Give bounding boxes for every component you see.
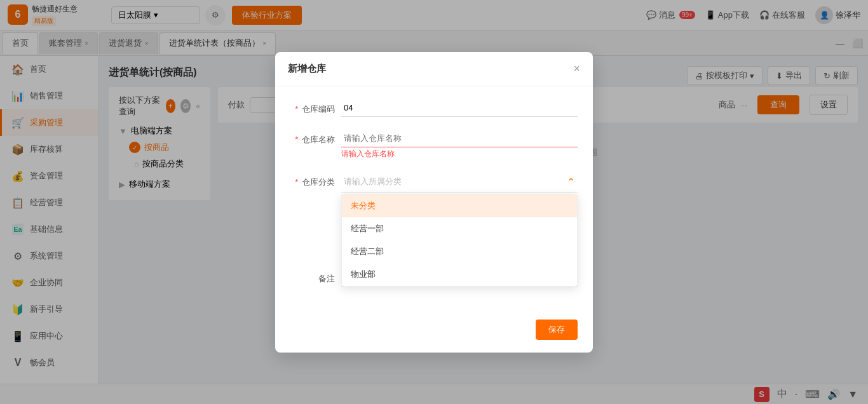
code-label: * 仓库编码 [290, 99, 341, 115]
name-input-wrap: 请输入仓库名称 [341, 130, 578, 159]
category-dropdown-arrow-icon: ⌃ [567, 176, 575, 188]
category-input-wrap: 请输入所属分类 ⌃ 未分类 经营一部 经营二部 [341, 172, 578, 192]
remark-label: 备注 [290, 269, 341, 285]
dropdown-item-dept2[interactable]: 经营二部 [342, 240, 577, 263]
name-error-message: 请输入仓库名称 [341, 149, 578, 159]
name-input[interactable] [341, 130, 578, 147]
category-field-row: * 仓库分类 请输入所属分类 ⌃ 未分类 经营一部 [290, 172, 578, 192]
category-placeholder: 请输入所属分类 [344, 176, 402, 187]
category-label: * 仓库分类 [290, 172, 341, 188]
category-dropdown-list: 未分类 经营一部 经营二部 物业部 [341, 194, 578, 286]
dropdown-item-dept1[interactable]: 经营一部 [342, 217, 577, 240]
name-label: * 仓库名称 [290, 130, 341, 145]
dropdown-item-uncategorized[interactable]: 未分类 [342, 194, 577, 217]
code-input-wrap [341, 99, 578, 117]
modal-header: 新增仓库 × [275, 52, 593, 86]
category-selector[interactable]: 请输入所属分类 ⌃ [341, 172, 578, 192]
modal-close-button[interactable]: × [573, 62, 580, 76]
save-button[interactable]: 保存 [536, 320, 578, 340]
code-input[interactable] [341, 99, 578, 117]
modal-body: * 仓库编码 * 仓库名称 请输入仓库名称 [275, 86, 593, 312]
new-warehouse-modal: 新增仓库 × * 仓库编码 * 仓库名称 [275, 52, 593, 353]
modal-footer: 保存 [275, 312, 593, 353]
dropdown-item-property[interactable]: 物业部 [342, 263, 577, 286]
code-field-row: * 仓库编码 [290, 99, 578, 117]
modal-title: 新增仓库 [288, 63, 326, 75]
name-field-row: * 仓库名称 请输入仓库名称 [290, 130, 578, 159]
modal-overlay: 新增仓库 × * 仓库编码 * 仓库名称 [0, 0, 868, 404]
